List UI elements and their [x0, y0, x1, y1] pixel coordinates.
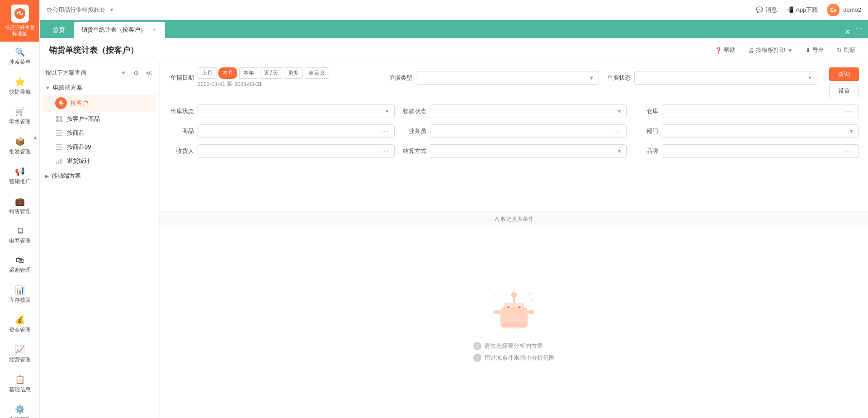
app-download-button[interactable]: 📲 App下载 [786, 6, 818, 14]
sidebar-label-finance: 资金管理 [9, 326, 31, 334]
dept-label: 部门 [633, 127, 658, 135]
date-label: 单据日期 [169, 74, 194, 82]
query-button[interactable]: 查询 [829, 67, 859, 81]
scheme-item-return-stat[interactable]: 退货统计 [42, 154, 156, 168]
sidebar-item-base-info[interactable]: 📋 基础信息 [0, 369, 39, 399]
print-dropdown-arrow[interactable]: ▼ [787, 47, 793, 54]
filter-out-status: 出库状态 ▼ [169, 104, 395, 118]
collapse-bar[interactable]: ⋀ 收起更多条件 [160, 211, 868, 227]
scheme-group-pc-header[interactable]: ▼ 电脑端方案 [40, 81, 159, 94]
filter-salesman: 业务员 ··· [401, 124, 627, 138]
doc-status-arrow: ▼ [807, 75, 812, 81]
doc-status-select[interactable]: ▼ [634, 71, 817, 85]
user-profile[interactable]: Ea demo2 [827, 4, 861, 16]
scheme-item-by-goods[interactable]: 按商品 [42, 126, 156, 140]
scheme-item-by-customer[interactable]: 客 按客户 [42, 95, 156, 112]
export-button[interactable]: ⬇ 导出 [802, 44, 828, 56]
logo-icon [11, 5, 29, 23]
dept-select[interactable]: ▼ [662, 124, 859, 138]
sidebar-item-finance[interactable]: 💰 资金管理 [0, 309, 39, 339]
quick-nav-icon: ⭐ [15, 77, 25, 87]
svg-rect-4 [56, 119, 59, 122]
sidebar-item-operations[interactable]: 📈 经营管理 [0, 339, 39, 369]
template-print-button[interactable]: 🖨 按模板打印 ▼ [745, 44, 797, 56]
date-btn-last-month[interactable]: 上月 [198, 67, 217, 79]
print-icon: 🖨 [748, 47, 754, 54]
warehouse-select[interactable]: ··· [662, 104, 859, 118]
by-customer-label: 按客户 [71, 99, 88, 107]
sidebar-label-sales-mgmt: 销售管理 [9, 208, 31, 215]
sidebar-label-quick-nav: 快捷导航 [9, 88, 31, 96]
breadcrumb-arrow[interactable]: ▼ [109, 7, 114, 13]
retail-mgmt-icon: 🛒 [15, 107, 25, 117]
refresh-icon: ↻ [837, 47, 842, 54]
svg-rect-2 [56, 116, 59, 119]
tab-close-button[interactable]: ✕ [151, 26, 158, 33]
header-right: 💬 消息 📲 App下载 Ea demo2 [756, 4, 861, 16]
filter-row-4: 收货人 ··· 结算方式 ▼ [169, 144, 859, 158]
ecom-mgmt-icon: 🖥 [16, 226, 24, 236]
date-btn-more[interactable]: 更多 [284, 67, 303, 79]
sidebar-item-marketing[interactable]: 📢 营销推广 [0, 161, 39, 191]
sidebar-item-sales-mgmt[interactable]: 💼 销售管理 [0, 191, 39, 221]
sidebar-item-inventory[interactable]: 📊 库存核算 [0, 280, 39, 309]
sidebar-item-search-menu[interactable]: 🔍 搜索菜单 [0, 42, 39, 71]
sidebar-label-operations: 经营管理 [9, 356, 31, 364]
scheme-collapse-button[interactable]: ≪ [144, 68, 154, 78]
tab-home-label: 首页 [52, 26, 65, 34]
sidebar-item-quick-nav[interactable]: ⭐ 快捷导航 [0, 71, 39, 101]
tab-close-all-button[interactable]: ✕ [843, 27, 852, 36]
dept-arrow: ▼ [849, 128, 854, 134]
page-content: 销货单统计表（按客户） ❓ 帮助 🖨 按模板打印 ▼ ⬇ 导出 [40, 38, 868, 418]
filter-brand: 品牌 ··· [633, 144, 859, 158]
by-customer-icon: 客 [55, 97, 67, 109]
sidebar-item-wholesale-mgmt[interactable]: 📦 批发管理 ▲ [0, 131, 39, 161]
date-btn-7days[interactable]: 近7天 [260, 67, 282, 79]
doc-type-select[interactable]: ▼ [416, 71, 599, 85]
sidebar-item-purchase-mgmt[interactable]: 🛍 采购管理 [0, 250, 39, 280]
sidebar-item-sys-mgmt[interactable]: ⚙️ 系统管理 [0, 399, 39, 418]
receipt-status-select[interactable]: ▼ [430, 104, 627, 118]
doc-status-label: 单据状态 [605, 74, 631, 82]
svg-point-29 [529, 293, 531, 294]
action-buttons: 查询 设置 [825, 67, 859, 98]
page-title: 销货单统计表（按客户） [49, 45, 138, 56]
by-customer-goods-label: 按客户+商品 [67, 115, 100, 123]
date-btn-this-year[interactable]: 本年 [239, 67, 258, 79]
date-range-display[interactable]: 2023-03-01 至 2023-03-31 [198, 80, 381, 88]
settings-button[interactable]: 设置 [829, 84, 859, 98]
logo-area[interactable]: 畅捷通好生意 标准版 [0, 0, 39, 42]
sidebar-item-retail-mgmt[interactable]: 🛒 零售管理 [0, 101, 39, 131]
scheme-settings-button[interactable]: ⚙ [131, 68, 141, 78]
out-status-select[interactable]: ▼ [198, 104, 395, 118]
scheme-item-by-goods-99[interactable]: 按商品99 [42, 140, 156, 154]
operations-icon: 📈 [15, 345, 25, 355]
receiver-select[interactable]: ··· [198, 144, 395, 158]
date-btn-custom[interactable]: 自定义 [305, 67, 329, 79]
date-btn-this-month[interactable]: 本月 [218, 67, 237, 79]
help-button[interactable]: ❓ 帮助 [711, 44, 739, 56]
sidebar-item-ecom-mgmt[interactable]: 🖥 电商管理 [0, 221, 39, 250]
tab-home[interactable]: 首页 [44, 23, 73, 38]
salesman-select[interactable]: ··· [430, 124, 627, 138]
filter-row-1-grid: 单据日期 上月 本月 本年 近7天 更多 自定义 [169, 67, 817, 88]
date-quick-buttons: 上月 本月 本年 近7天 更多 自定义 [198, 67, 381, 79]
tab-maximize-button[interactable]: ⛶ [854, 27, 863, 36]
goods-select[interactable]: ··· [198, 124, 395, 138]
scheme-add-button[interactable]: + [118, 68, 128, 78]
date-range-end: 2023-03-31 [234, 81, 262, 87]
sidebar-menu: 🔍 搜索菜单 ⭐ 快捷导航 🛒 零售管理 📦 批发管理 ▲ 📢 营销推广 💼 销… [0, 42, 39, 418]
message-button[interactable]: 💬 消息 [756, 6, 777, 14]
tab-bar: 首页 销货单统计表（按客户） ✕ ✕ ⛶ [40, 20, 868, 38]
content-body: 按以下方案查询 + ⚙ ≪ ▼ 电脑端方案 [40, 61, 868, 418]
settlement-select[interactable]: ▼ [430, 144, 627, 158]
filter-receipt-status: 收款状态 ▼ [401, 104, 627, 118]
scheme-group-mobile-header[interactable]: ▶ 移动端方案 [40, 170, 159, 182]
scheme-item-by-customer-goods[interactable]: 按客户+商品 [42, 112, 156, 126]
collapse-up-icon: ⋀ [495, 216, 499, 222]
brand-select[interactable]: ··· [662, 144, 859, 158]
tab-sales-stat[interactable]: 销货单统计表（按客户） ✕ [74, 22, 165, 38]
out-status-label: 出库状态 [169, 107, 194, 115]
filter-doc-type: 单据类型 ▼ [387, 67, 599, 88]
refresh-button[interactable]: ↻ 刷新 [833, 44, 859, 56]
